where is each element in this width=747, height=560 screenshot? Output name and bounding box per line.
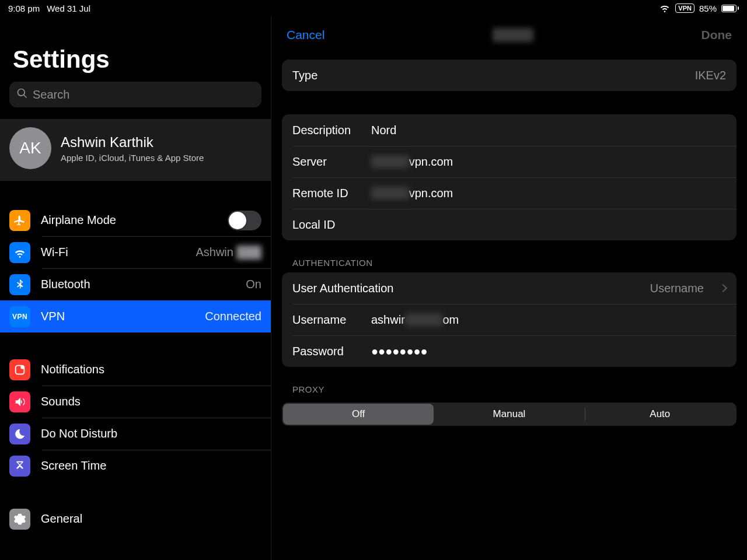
- status-date: Wed 31 Jul: [47, 4, 90, 13]
- vpn-value: Connected: [205, 310, 261, 323]
- gear-icon: [9, 509, 30, 530]
- sidebar-item-bluetooth[interactable]: Bluetooth On: [0, 268, 271, 300]
- done-button[interactable]: Done: [701, 28, 732, 42]
- proxy-segmented[interactable]: Off Manual Auto: [282, 402, 736, 426]
- sidebar-item-label: Bluetooth: [41, 278, 235, 291]
- search-placeholder: Search: [33, 88, 69, 102]
- battery-percent: 85%: [699, 4, 717, 13]
- page-title: Settings: [0, 16, 271, 82]
- description-field[interactable]: Nord: [371, 124, 396, 137]
- settings-sidebar: Settings Search AK Ashwin Karthik Apple …: [0, 16, 271, 560]
- proxy-auto-button[interactable]: Auto: [585, 404, 735, 425]
- auth-section-header: AUTHENTICATION: [271, 258, 747, 272]
- sidebar-item-wifi[interactable]: Wi-Fi Ashwin ███: [0, 236, 271, 268]
- sidebar-item-label: General: [41, 512, 261, 526]
- type-row[interactable]: Type IKEv2: [282, 60, 736, 91]
- sidebar-item-label: Screen Time: [41, 459, 261, 473]
- search-icon: [16, 88, 28, 102]
- hourglass-icon: [9, 456, 30, 477]
- sidebar-item-label: Airplane Mode: [41, 214, 217, 227]
- account-subtitle: Apple ID, iCloud, iTunes & App Store: [61, 153, 204, 163]
- sidebar-item-label: Do Not Disturb: [41, 427, 261, 440]
- moon-icon: [9, 424, 30, 444]
- password-label: Password: [292, 345, 359, 358]
- sidebar-item-label: Wi-Fi: [41, 246, 185, 259]
- sounds-icon: [9, 391, 30, 412]
- sidebar-item-label: Notifications: [41, 363, 261, 376]
- type-value: IKEv2: [695, 69, 726, 82]
- proxy-off-button[interactable]: Off: [283, 404, 434, 425]
- sidebar-item-screentime[interactable]: Screen Time: [0, 450, 271, 482]
- proxy-section-header: PROXY: [271, 384, 747, 399]
- server-field[interactable]: ████vpn.com: [371, 155, 453, 169]
- notifications-icon: [9, 359, 30, 380]
- bluetooth-value: On: [246, 278, 261, 291]
- vpn-icon: VPN: [9, 306, 30, 327]
- sidebar-item-sounds[interactable]: Sounds: [0, 386, 271, 418]
- vpn-badge-icon: VPN: [675, 4, 694, 13]
- sidebar-item-vpn[interactable]: VPN VPN Connected: [0, 300, 271, 332]
- type-label: Type: [292, 69, 317, 82]
- remoteid-field[interactable]: ████vpn.com: [371, 187, 453, 200]
- search-input[interactable]: Search: [9, 82, 261, 107]
- sidebar-item-notifications[interactable]: Notifications: [0, 354, 271, 386]
- sidebar-item-dnd[interactable]: Do Not Disturb: [0, 418, 271, 450]
- account-row[interactable]: AK Ashwin Karthik Apple ID, iCloud, iTun…: [0, 119, 271, 181]
- remoteid-row[interactable]: Remote ID ████vpn.com: [282, 177, 736, 209]
- avatar: AK: [9, 127, 51, 169]
- status-time: 9:08 pm: [8, 4, 40, 13]
- bluetooth-icon: [9, 274, 30, 295]
- localid-row[interactable]: Local ID: [282, 209, 736, 240]
- sidebar-item-general[interactable]: General: [0, 503, 271, 535]
- username-row[interactable]: Username ashwir████om: [282, 304, 736, 335]
- username-label: Username: [292, 313, 359, 327]
- remoteid-label: Remote ID: [292, 187, 359, 200]
- chevron-right-icon: [719, 284, 727, 292]
- wifi-value: Ashwin ███: [196, 246, 261, 259]
- svg-point-1: [20, 365, 24, 369]
- sidebar-item-airplane[interactable]: Airplane Mode: [0, 204, 271, 236]
- sidebar-item-label: VPN: [41, 310, 194, 323]
- server-label: Server: [292, 155, 359, 169]
- userauth-value: Username: [650, 282, 704, 295]
- airplane-icon: [9, 210, 30, 231]
- status-bar: 9:08 pm Wed 31 Jul VPN 85%: [0, 0, 747, 16]
- localid-label: Local ID: [292, 218, 359, 232]
- server-row[interactable]: Server ████vpn.com: [282, 146, 736, 177]
- airplane-toggle[interactable]: [228, 211, 261, 230]
- description-label: Description: [292, 124, 359, 137]
- account-name: Ashwin Karthik: [61, 134, 204, 150]
- description-row[interactable]: Description Nord: [282, 114, 736, 146]
- proxy-manual-button[interactable]: Manual: [434, 404, 584, 425]
- password-field[interactable]: ●●●●●●●●: [371, 345, 428, 358]
- battery-icon: [721, 5, 739, 12]
- userauth-label: User Authentication: [292, 282, 393, 295]
- cancel-button[interactable]: Cancel: [287, 28, 324, 42]
- userauth-row[interactable]: User Authentication Username: [282, 272, 736, 304]
- password-row[interactable]: Password ●●●●●●●●: [282, 335, 736, 367]
- username-field[interactable]: ashwir████om: [371, 313, 459, 327]
- sidebar-item-label: Sounds: [41, 395, 261, 408]
- wifi-icon: [659, 2, 671, 15]
- vpn-config-panel: Cancel Done Type IKEv2 Description Nord …: [271, 16, 747, 560]
- wifi-icon: [9, 242, 30, 263]
- panel-title: [493, 28, 533, 42]
